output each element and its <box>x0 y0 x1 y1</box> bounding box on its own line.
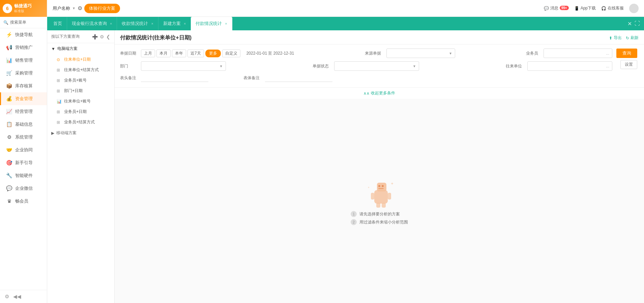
sidebar-item-system[interactable]: ⚙系统管理 <box>0 131 47 144</box>
topbar-settings-icon[interactable]: ⚙ <box>78 5 82 11</box>
sidebar-item-wechat[interactable]: 💬企业微信 <box>0 182 47 195</box>
collapse-sidebar-icon[interactable]: ◀◀ <box>13 294 21 300</box>
counterpart-select[interactable]: … <box>527 61 612 71</box>
date-btn-自定义[interactable]: 自定义 <box>222 50 240 57</box>
sidebar-item-quick-nav[interactable]: ⚡快捷导航 <box>0 28 47 41</box>
desktop-category[interactable]: ▼ 电脑端方案 <box>47 43 114 54</box>
body-note-label: 表体备注 <box>243 75 261 81</box>
refresh-icon: ↻ <box>626 36 629 40</box>
doc-status-select[interactable]: ▼ <box>334 61 419 71</box>
message-badge: 99+ <box>560 6 569 10</box>
staff-select[interactable]: … <box>544 49 612 58</box>
trial-btn[interactable]: 体验行业方案 <box>84 4 120 13</box>
date-btn-本年[interactable]: 本年 <box>172 50 186 57</box>
refresh-btn[interactable]: ↻ 刷新 <box>626 35 639 41</box>
settings-scheme-icon[interactable]: ⚙ <box>100 34 104 39</box>
body-note-input[interactable] <box>265 74 332 82</box>
dept-select[interactable]: ▼ <box>141 61 226 71</box>
nav-label-enterprise: 企业协同 <box>15 147 33 153</box>
sidebar-item-vip[interactable]: ♛畅会员 <box>0 195 47 208</box>
sidebar-item-basic-info[interactable]: 📋基础信息 <box>0 118 47 131</box>
date-btn-上月[interactable]: 上月 <box>141 50 155 57</box>
sidebar-item-operations[interactable]: 📈经营管理 <box>0 105 47 118</box>
mobile-icon: 📱 <box>574 6 579 11</box>
nav-label-guide: 新手引导 <box>15 160 33 166</box>
tab-close-new-plan[interactable]: × <box>184 22 186 26</box>
expand-mobile-icon: ▶ <box>51 131 54 135</box>
svg-text:✦: ✦ <box>368 186 370 189</box>
page-title-actions: ⬆ 导出 ↻ 刷新 <box>609 35 639 41</box>
tab-new-plan[interactable]: 新建方案× <box>158 17 191 30</box>
tab-bank-flow[interactable]: 现金银行流水查询× <box>67 17 117 30</box>
header-note-input[interactable] <box>141 74 208 82</box>
query-btn[interactable]: 查询 <box>616 49 637 58</box>
collapse-scheme-icon[interactable]: ❮ <box>106 34 110 39</box>
hint-text-2: 用过滤条件来缩小分析范围 <box>359 219 408 225</box>
tabbar-close-icon[interactable]: ✕ <box>627 21 632 27</box>
export-btn[interactable]: ⬆ 导出 <box>609 35 622 41</box>
nav-label-operations: 经营管理 <box>15 109 33 115</box>
topbar-user-area: 用户名称 ▼ ⚙ 体验行业方案 <box>53 4 540 13</box>
date-range: 2022-01-01 至 2022-12-31 <box>246 51 294 56</box>
tab-home[interactable]: 首页 <box>49 17 67 30</box>
hint-text-1: 请先选择要分析的方案 <box>359 211 400 217</box>
scheme-panel-header-icons: ➕ ⚙ ❮ <box>92 34 110 39</box>
doc-status-label: 单据状态 <box>313 63 330 69</box>
sidebar-item-purchase[interactable]: 🛒采购管理 <box>0 67 47 80</box>
source-select[interactable]: ▼ <box>386 49 455 58</box>
sidebar-item-hardware[interactable]: 🔧智能硬件 <box>0 169 47 182</box>
topbar-dropdown-icon[interactable]: ▼ <box>72 6 76 10</box>
tab-close-bank-flow[interactable]: × <box>110 22 112 26</box>
scheme-item-counterpart-date[interactable]: ⊙往来单位+日期 <box>47 54 114 65</box>
scheme-item-dept-date[interactable]: ⊞部门+日期 <box>47 86 114 96</box>
scheme-label-staff-account: 业务员+账号 <box>64 78 87 83</box>
collapse-icon: ∧∧ <box>363 91 370 96</box>
svg-rect-6 <box>388 193 391 200</box>
svg-point-3 <box>382 185 384 187</box>
scheme-item-staff-settle[interactable]: ⊞业务员+结算方式 <box>47 117 114 127</box>
sidebar-nav: ⚡快捷导航📢营销推广📊销售管理🛒采购管理📦库存核算💰资金管理📈经营管理📋基础信息… <box>0 28 47 290</box>
export-icon: ⬆ <box>609 36 612 40</box>
tab-close-receivables[interactable]: × <box>151 22 153 26</box>
tab-payment-stats[interactable]: 付款情况统计× <box>191 17 232 30</box>
svg-rect-0 <box>374 190 388 204</box>
nav-label-quick-nav: 快捷导航 <box>15 32 33 38</box>
hint-num-2: 2 <box>351 219 357 225</box>
sidebar-item-sales[interactable]: 📊销售管理 <box>0 54 47 67</box>
online-service-label: 在线客服 <box>608 5 624 11</box>
desktop-category-label: 电脑端方案 <box>57 46 78 52</box>
online-service-item[interactable]: 🎧 在线客服 <box>601 5 624 11</box>
nav-label-wechat: 企业微信 <box>15 185 33 191</box>
mobile-category[interactable]: ▶ 移动端方案 <box>47 127 114 139</box>
date-btn-近7天[interactable]: 近7天 <box>187 50 204 57</box>
refresh-label: 刷新 <box>631 35 639 41</box>
app-download-item[interactable]: 📱 App下载 <box>574 5 596 11</box>
sidebar-item-capital[interactable]: 💰资金管理 <box>0 92 47 105</box>
sidebar-item-enterprise[interactable]: 🤝企业协同 <box>0 144 47 156</box>
settings-btn[interactable]: 设置 <box>620 60 637 69</box>
messages-item[interactable]: 💬 消息 99+ <box>544 5 569 11</box>
tab-receivables[interactable]: 收款情况统计× <box>117 17 158 30</box>
sidebar-header: 6 畅捷通巧 标准版 <box>0 0 47 17</box>
tab-close-payment-stats[interactable]: × <box>225 22 227 26</box>
sidebar-search[interactable]: 🔍 搜索菜单 <box>0 17 47 28</box>
scheme-item-counterpart-settle[interactable]: ⊞往来单位+结算方式 <box>47 65 114 75</box>
sidebar-item-marketing[interactable]: 📢营销推广 <box>0 41 47 54</box>
collapse-more-btn[interactable]: ∧∧ 收起更多条件 <box>115 87 644 99</box>
sidebar-item-guide[interactable]: 🎯新手引导 <box>0 156 47 169</box>
scheme-item-staff-date[interactable]: ⊞业务员+日期 <box>47 107 114 117</box>
user-avatar[interactable] <box>629 4 639 13</box>
filter-row-dept: 部门 ▼ 单据状态 ▼ 往来单位 <box>120 61 612 71</box>
counterpart-label: 往来单位 <box>506 63 523 69</box>
tabbar-maximize-icon[interactable]: ⛶ <box>635 21 640 27</box>
scheme-item-staff-account[interactable]: ⊞业务员+账号 <box>47 75 114 86</box>
empty-area: ✦ ✦ 1 请先选择要分析的方案 2 用过滤条件来缩小分析范围 <box>115 99 644 303</box>
date-btn-本月[interactable]: 本月 <box>156 50 171 57</box>
date-btn-更多[interactable]: 更多 <box>205 50 221 57</box>
page-title-bar: 付款情况统计(往来单位+日期) ⬆ 导出 ↻ 刷新 <box>115 30 644 44</box>
add-scheme-icon[interactable]: ➕ <box>92 34 98 39</box>
app-download-label: App下载 <box>581 5 596 11</box>
scheme-item-counterpart-account[interactable]: 📊往来单位+账号 <box>47 96 114 107</box>
settings-footer-icon[interactable]: ⚙ <box>5 294 9 300</box>
sidebar-item-inventory[interactable]: 📦库存核算 <box>0 80 47 92</box>
